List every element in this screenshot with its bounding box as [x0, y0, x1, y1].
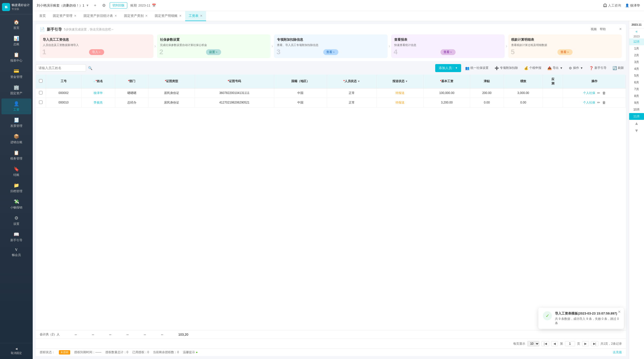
- user-menu[interactable]: 👤 徐泽华: [625, 3, 640, 8]
- settings-gear-button[interactable]: ⚙: [101, 2, 107, 9]
- wizard-step-5: 税款计算明细表 查看税款计算过程及明细数据 查看＞ 5: [508, 34, 622, 58]
- tab-depreciation[interactable]: 固定资产折旧统计表 ✕: [80, 11, 120, 21]
- sidebar-item-payroll[interactable]: 👤 工资: [2, 98, 31, 114]
- wizard-close-button[interactable]: ✕: [619, 27, 622, 31]
- row1-social-insurance-btn[interactable]: 个人社保: [583, 91, 595, 95]
- wizard-step-3-btn[interactable]: 查看＞: [323, 49, 338, 55]
- tab-payroll[interactable]: 工资表 ✕: [185, 11, 206, 21]
- wizard-step-1-btn[interactable]: 导入＞: [89, 49, 104, 55]
- unpin-button[interactable]: ◀ 取消固定: [2, 345, 31, 357]
- cal-month-aug[interactable]: 8月: [629, 93, 644, 99]
- tab-close-fixed-assets-mgmt[interactable]: ✕: [74, 14, 76, 18]
- sidebar-item-vip[interactable]: V 畅会员: [2, 245, 31, 260]
- sidebar-item-payroll-label: 工资: [13, 108, 19, 112]
- sidebar-item-expense[interactable]: 💸 小畅报销: [2, 196, 31, 212]
- tax-deduct-action[interactable]: ➕ 专项附加扣除: [493, 65, 520, 71]
- cal-month-feb[interactable]: 2月: [629, 52, 644, 59]
- cal-month-nov[interactable]: 11月: [629, 113, 644, 120]
- sidebar-item-settings-label: 设置: [13, 222, 19, 226]
- search-button[interactable]: 🔍: [88, 66, 92, 70]
- row2-edit-icon[interactable]: ✏: [597, 100, 600, 105]
- account-selector[interactable]: 刘小艳演示账套（勿删勿动！）1 ▼: [37, 3, 89, 8]
- wizard-video-btn[interactable]: 视频: [591, 27, 597, 31]
- add-person-label: 添加人员: [439, 66, 452, 70]
- refresh-action[interactable]: 🔄 刷新: [611, 65, 626, 71]
- next-page-button[interactable]: ▶: [582, 341, 589, 346]
- charge-link[interactable]: 去充值: [613, 350, 622, 354]
- row2-delete-icon[interactable]: 🗑: [602, 100, 606, 105]
- row1-checkbox[interactable]: [39, 91, 43, 94]
- sidebar-item-expense-label: 小畅报销: [10, 206, 22, 210]
- add-person-button[interactable]: 添加人员 ▼: [435, 64, 461, 72]
- page-number-input[interactable]: [565, 341, 575, 346]
- operations-action[interactable]: ⚙ 操作 ▼: [567, 65, 585, 71]
- sidebar-item-closing[interactable]: 🔖 结账: [2, 164, 31, 180]
- wizard-step-2-btn[interactable]: 设置＞: [206, 49, 221, 55]
- consult-button[interactable]: 🎧 人工咨询: [603, 3, 621, 8]
- last-page-button[interactable]: ▶|: [591, 341, 598, 346]
- wizard-help-btn[interactable]: 帮助: [600, 27, 606, 31]
- first-page-button[interactable]: |◀: [541, 341, 549, 346]
- tab-close-asset-category[interactable]: ✕: [145, 14, 148, 18]
- guide-action[interactable]: ❓ 新手引导: [587, 65, 609, 71]
- cal-month-may[interactable]: 5月: [629, 72, 644, 79]
- tab-asset-detail[interactable]: 固定资产明细账 ✕: [151, 11, 185, 21]
- sidebar-item-fixed-assets-label: 固定资产: [10, 91, 22, 95]
- sidebar-item-fixed-assets[interactable]: 🏢 固定资产: [2, 82, 31, 98]
- cal-month-jul[interactable]: 7月: [629, 86, 644, 93]
- name-sort-icon[interactable]: ↕: [94, 80, 95, 83]
- refresh-icon: 🔄: [613, 66, 617, 70]
- row1-performance: 3,000.00: [504, 88, 543, 98]
- calendar-down-icon[interactable]: ▼: [629, 127, 644, 134]
- wizard-step-5-btn[interactable]: 查看＞: [557, 49, 573, 55]
- row2-name[interactable]: 李俊杰: [94, 101, 103, 104]
- select-all-checkbox[interactable]: [39, 79, 43, 83]
- version-switch-button[interactable]: 切到旧版: [110, 2, 127, 9]
- row1-edit-icon[interactable]: ✏: [597, 91, 600, 95]
- sidebar-item-invoice[interactable]: 🧾 发票管理: [2, 115, 31, 131]
- tab-fixed-assets-mgmt[interactable]: 固定资产管理 ✕: [49, 11, 80, 21]
- tab-close-payroll[interactable]: ✕: [200, 14, 203, 18]
- export-action[interactable]: 📤 导出 ▼: [545, 65, 565, 71]
- sidebar-item-ledger[interactable]: 📊 总账: [2, 33, 31, 49]
- prev-page-button[interactable]: ◀: [551, 341, 558, 346]
- cal-month-jun[interactable]: 6月: [629, 79, 644, 86]
- sidebar-item-funds[interactable]: 💳 资金管理: [2, 66, 31, 82]
- sidebar-item-guide[interactable]: 📖 新手引导: [2, 229, 31, 245]
- auth-total: 授权数量总计：0: [105, 350, 128, 354]
- cal-month-mar[interactable]: 3月: [629, 59, 644, 66]
- sidebar-item-tax[interactable]: 📋 税务管理: [2, 147, 31, 163]
- sidebar-item-inventory[interactable]: 📦 进销台账: [2, 131, 31, 147]
- search-input[interactable]: [36, 64, 86, 72]
- report-status-filter-icon[interactable]: ▼: [405, 80, 408, 83]
- calendar-up-icon[interactable]: ▲: [629, 120, 644, 127]
- sidebar-item-reports[interactable]: 📋 报表中心: [2, 49, 31, 65]
- add-account-button[interactable]: ＋: [92, 2, 98, 9]
- tab-close-asset-detail[interactable]: ✕: [179, 14, 182, 18]
- sidebar-item-archive[interactable]: 📁 归档管理: [2, 180, 31, 196]
- row2-checkbox[interactable]: [39, 100, 43, 104]
- cal-month-apr[interactable]: 4月: [629, 66, 644, 72]
- social-insurance-action[interactable]: 👥 统一社保设置: [463, 65, 491, 71]
- per-page-select[interactable]: 10 20 50: [527, 341, 539, 346]
- cal-month-oct[interactable]: 10月: [629, 106, 644, 113]
- sidebar-item-settings[interactable]: ⚙ 设置: [2, 213, 31, 229]
- status-filter-icon[interactable]: ▼: [357, 80, 360, 83]
- tab-asset-category[interactable]: 固定资产类别 ✕: [120, 11, 151, 21]
- row1-delete-icon[interactable]: 🗑: [602, 91, 606, 95]
- toast-close-button[interactable]: ✕: [618, 310, 621, 314]
- sidebar-item-home[interactable]: 🏠 首页: [2, 17, 31, 33]
- cal-month-dec[interactable]: 12月: [629, 38, 644, 45]
- row1-name[interactable]: 徐泽华: [94, 91, 103, 95]
- tab-home[interactable]: 首页: [36, 11, 49, 21]
- topbar-right: 🎧 人工咨询 👤 徐泽华: [603, 3, 640, 8]
- row2-social-insurance-btn[interactable]: 个人社保: [583, 100, 595, 105]
- cal-month-jan[interactable]: 1月: [629, 45, 644, 52]
- tab-close-depreciation[interactable]: ✕: [114, 14, 117, 18]
- wizard-step-4-btn[interactable]: 查看＞: [440, 49, 456, 55]
- cal-month-sep[interactable]: 9月: [629, 99, 644, 106]
- wizard-links: 视频 帮助: [591, 27, 606, 31]
- calendar-expand-button[interactable]: «: [629, 28, 644, 34]
- tax-report-action[interactable]: 💰 个税申报: [522, 65, 543, 71]
- wizard-step-3: 专项附加扣除信息 查看、导入员工专项附加扣除信息 查看＞ 3: [274, 34, 388, 58]
